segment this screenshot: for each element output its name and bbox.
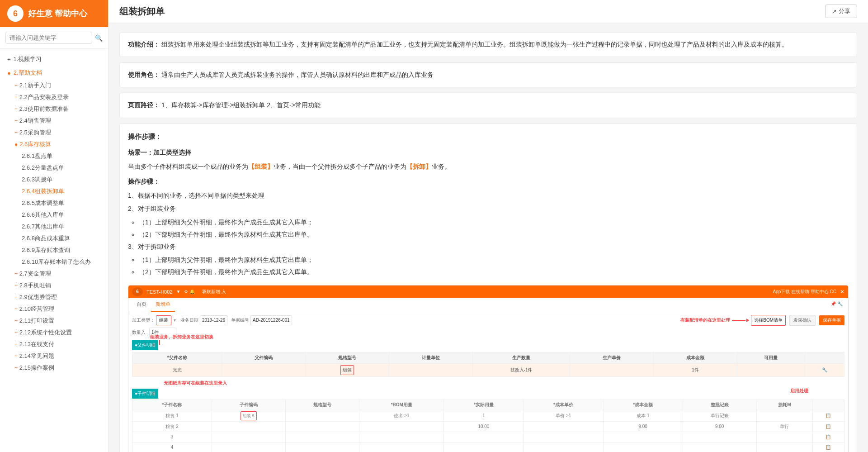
- sidebar-item-label: 2.6.6其他入库单: [22, 211, 64, 218]
- mock-code-field: 单据编号 AD-20191226-001: [231, 315, 292, 325]
- sidebar-item-assembly[interactable]: 2.6.4组装拆卸单: [22, 186, 108, 197]
- step3-sub: （1）上部明细为父件明细，最终作为原材料生成其它出库单； （2）下部明细为子件明…: [128, 254, 849, 278]
- mock-date-input: 2019-12-26: [200, 315, 227, 325]
- sidebar-item-operations[interactable]: + 2.10经营管理: [0, 303, 108, 315]
- sidebar-item-video[interactable]: + 1.视频学习: [0, 52, 108, 66]
- sidebar-item-payment[interactable]: + 2.13在线支付: [0, 338, 108, 350]
- sidebar-item-label: 2.6.8商品成本重算: [22, 235, 70, 242]
- sidebar-item-label: 2.12系统个性化设置: [19, 329, 72, 336]
- sidebar-item-coupon[interactable]: + 2.9优惠券管理: [0, 291, 108, 303]
- table-row: 光光 组装 技改入-1件 1件: [132, 364, 844, 377]
- mock-col-avail: 可用量: [737, 352, 805, 364]
- sidebar-item-faq[interactable]: + 2.14常见问题: [0, 350, 108, 362]
- sidebar-item-costrecalc[interactable]: 2.6.8商品成本重算: [22, 233, 108, 244]
- share-icon: ↗: [832, 8, 837, 15]
- mock-col-fatheritem: *父件名称: [132, 352, 222, 364]
- mock-qty-label: 数量入: [132, 328, 146, 337]
- plus-icon-sub: +: [14, 318, 18, 324]
- sidebar-item-label: 2.6.3调拨单: [22, 176, 52, 183]
- plus-icon-sub: +: [14, 106, 18, 112]
- sidebar-item-label: 2.6库存核算: [19, 140, 51, 148]
- sidebar-item-sales[interactable]: + 2.4销售管理: [0, 115, 108, 127]
- sidebar-item-inventory[interactable]: ● 2.6库存核算: [0, 138, 108, 150]
- sidebar-item-transfer[interactable]: 2.6.3调拨单: [22, 174, 108, 186]
- step3-1: （1）上部明细为父件明细，最终作为原材料生成其它出库单；: [139, 254, 849, 266]
- sidebar-item-label: 2.1新手入门: [19, 82, 51, 89]
- plus-icon-sub: +: [14, 365, 18, 371]
- step3: 3、对于拆卸业务: [128, 241, 849, 252]
- share-button[interactable]: ↗ 分享: [825, 5, 857, 18]
- mock-date-field: 业务日期 2019-12-26: [180, 315, 227, 325]
- sidebar-item-mobile[interactable]: + 2.8手机旺铺: [0, 280, 108, 291]
- sidebar-item-label: 2.13在线支付: [19, 341, 54, 347]
- role-label: 使用角色：: [128, 71, 160, 78]
- table-row: 3📋: [132, 432, 844, 442]
- sidebar-item-label: 2.7资金管理: [19, 270, 51, 277]
- sidebar-item-label: 2.10经营管理: [19, 305, 54, 312]
- sidebar: 6 好生意 帮助中心 🔍 + 1.视频学习 ● 2.帮助文档 + 2.1新手入门…: [0, 0, 108, 452]
- app-title: 好生意 帮助中心: [28, 8, 87, 19]
- mock-annotation2-area: 无图纸库存可在组装在这里录入: [132, 378, 844, 387]
- sidebar-item-stockbook[interactable]: 2.6.9库存账本查询: [22, 244, 108, 256]
- screenshot-container: 6 TEST-H002 ▼ ⚙ 🔔 双联新增-入 App下载 在线帮助 帮助中心…: [128, 285, 849, 452]
- table-row: 粮食 2 10.00 9.00 9.00 单行 📋: [132, 422, 844, 432]
- sidebar-item-partialstock[interactable]: 2.6.2分量盘点单: [22, 162, 108, 174]
- mock-annotation3: 启用处理: [790, 387, 808, 395]
- sidebar-item-label: 2.3使用前数据准备: [19, 105, 69, 112]
- search-input[interactable]: [5, 32, 92, 44]
- sidebar-item-otherinbound[interactable]: 2.6.6其他入库单: [22, 209, 108, 221]
- sidebar-item-print[interactable]: + 2.11打印设置: [0, 315, 108, 327]
- sidebar-header: 6 好生意 帮助中心: [0, 0, 108, 27]
- plus-icon-sub: +: [14, 329, 18, 336]
- ops-card: 操作步骤： 场景一：加工类型选择 当由多个子件材料组装成一个成品的业务为【组装】…: [119, 124, 857, 452]
- plus-icon-sub: +: [14, 82, 18, 89]
- plus-icon-sub: +: [14, 294, 18, 300]
- search-icon[interactable]: 🔍: [95, 34, 103, 42]
- sidebar-item-docs[interactable]: ● 2.帮助文档: [0, 66, 108, 80]
- mock-col-unit: 计量单位: [389, 352, 472, 364]
- sidebar-item-finance[interactable]: + 2.7资金管理: [0, 268, 108, 280]
- nav-list: + 1.视频学习 ● 2.帮助文档 + 2.1新手入门 + 2.2产品安装及登录…: [0, 49, 108, 452]
- sidebar-item-newcomer[interactable]: + 2.1新手入门: [0, 80, 108, 91]
- mock-col-costamt: 成本金额: [654, 352, 737, 364]
- sidebar-item-customization[interactable]: + 2.12系统个性化设置: [0, 327, 108, 338]
- path-card: 页面路径： 1、库存核算->库存管理->组装拆卸单 2、首页->常用功能: [119, 93, 857, 118]
- plus-icon-sub: +: [14, 129, 18, 136]
- scenario1-desc: 当由多个子件材料组装成一个成品的业务为【组装】业务，当由一个父件拆分成多个子产品…: [128, 161, 849, 172]
- mock-tab-right: 📌 🔧: [829, 298, 844, 312]
- mock-cell-avail: [737, 364, 805, 377]
- sidebar-item-otheroutbound[interactable]: 2.6.7其他出库单: [22, 221, 108, 233]
- step2-sub: （1）上部明细为父件明细，最终作为产成品生成其它入库单； （2）下部明细为子件明…: [128, 217, 849, 240]
- mock-upper-bar: ●父件明细: [132, 340, 158, 350]
- mock-topbar-icons: ⚙ 🔔: [184, 288, 195, 296]
- mock-type-value: 组装: [156, 315, 171, 325]
- sidebar-item-label: 2.15操作案例: [19, 364, 54, 371]
- sidebar-item-purchase[interactable]: + 2.5采购管理: [0, 127, 108, 138]
- mock-upper-header: *父件名称 父件编码 规格型号 计量单位 生产数量 生产单价 成本金额 可用量: [132, 352, 844, 364]
- mock-annotation2: 无图纸库存可在组装在这里录入: [164, 379, 227, 387]
- sidebar-item-dataprep[interactable]: + 2.3使用前数据准备: [0, 103, 108, 115]
- share-label: 分享: [839, 7, 850, 15]
- sidebar-item-stocktake[interactable]: 2.6.1盘点单: [22, 150, 108, 162]
- sidebar-item-stockfix[interactable]: 2.6.10库存账本错了怎么办: [22, 256, 108, 268]
- mock-date-label: 业务日期: [180, 316, 198, 324]
- sidebar-item-label: 2.9优惠券管理: [19, 294, 57, 300]
- sidebar-item-costadjust[interactable]: 2.6.5成本调整单: [22, 197, 108, 209]
- sidebar-item-cases[interactable]: + 2.15操作案例: [0, 362, 108, 374]
- table-row: 粮食 1 组装 5 使出->1 1 单价->1 成本-1 单行记账 📋: [132, 410, 844, 422]
- ops-title: 操作步骤：: [128, 130, 849, 143]
- path-label: 页面路径：: [128, 101, 160, 109]
- step2: 2、对于组装业务: [128, 203, 849, 214]
- sidebar-item-label: 2.6.10库存账本错了怎么办: [22, 258, 91, 265]
- sidebar-item-label: 2.6.7其他出库单: [22, 223, 64, 230]
- mock-lower-table: *子件名称 子件编码 规格型号 *BOM用量 *实际用量 *成本单价 *成本金额…: [132, 400, 844, 452]
- plus-icon-sub: +: [14, 271, 18, 277]
- mock-cell-type: 组装: [340, 365, 354, 375]
- role-card: 使用角色： 通常由生产人员或库管人员完成拆装业务的操作，库管人员确认原材料的出库…: [119, 62, 857, 87]
- sidebar-item-label: 2.2产品安装及登录: [19, 94, 69, 100]
- sidebar-item-install[interactable]: + 2.2产品安装及登录: [0, 91, 108, 103]
- plus-icon: +: [7, 56, 11, 63]
- mock-tab-inventory: 自页: [132, 298, 151, 312]
- mock-cell-action: 🔧: [805, 364, 844, 377]
- sidebar-item-label: 1.视频学习: [14, 55, 42, 63]
